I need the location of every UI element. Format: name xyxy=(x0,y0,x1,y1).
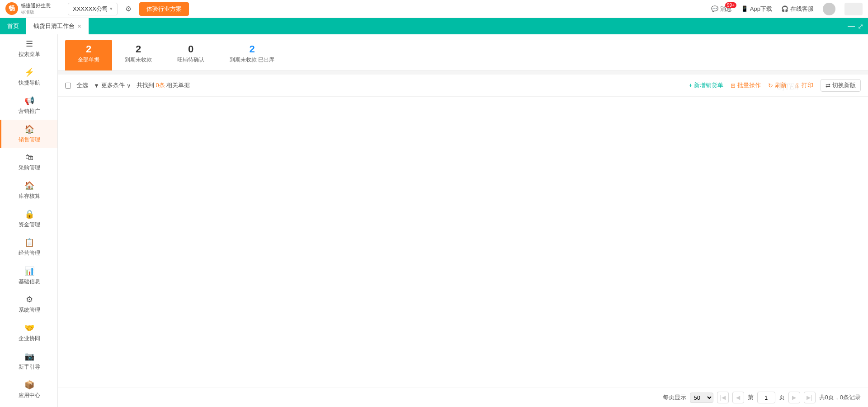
sidebar: ☰ 搜索菜单 ⚡ 快捷导航 📢 营销推广 🏠 销售管理 🛍 采购管理 🏠 库存核… xyxy=(0,34,58,407)
app-center-label: 应用中心 xyxy=(19,392,40,399)
sidebar-item-operations[interactable]: 📋 经营管理 xyxy=(0,233,57,262)
trial-button[interactable]: 体验行业方案 xyxy=(139,2,189,16)
sidebar-item-marketing[interactable]: 📢 营销推广 xyxy=(0,91,57,120)
sidebar-item-finance[interactable]: 🔒 资金管理 xyxy=(0,205,57,233)
home-tab-label: 首页 xyxy=(7,22,19,30)
page-input[interactable] xyxy=(757,392,775,403)
company-name: XXXXXX公司 xyxy=(73,5,108,13)
print-button[interactable]: 🖨 打印 xyxy=(794,81,813,89)
filter-chevron-icon: ∨ xyxy=(127,82,131,89)
stat-tab-pending[interactable]: 0 旺辅待确认 xyxy=(165,40,217,70)
avatar[interactable] xyxy=(823,3,835,15)
system-icon: ⚙ xyxy=(26,295,33,304)
app-download-button[interactable]: 📱 App下载 xyxy=(741,5,772,13)
operations-icon: 📋 xyxy=(24,238,34,248)
app-download-label: App下载 xyxy=(750,5,772,13)
company-selector[interactable]: XXXXXX公司 ▾ xyxy=(68,3,118,15)
stat-pending-label: 旺辅待确认 xyxy=(177,56,204,64)
found-suffix: 相关单据 xyxy=(166,82,190,89)
add-icon: + 新增销货单 xyxy=(689,81,723,89)
filter-button[interactable]: ▼ 更多条件 ∨ xyxy=(94,81,131,89)
quick-nav-icon: ⚡ xyxy=(24,67,34,77)
sidebar-item-guide[interactable]: 📷 新手引导 xyxy=(0,347,57,375)
cooperation-icon: 🤝 xyxy=(24,323,34,333)
maximize-icon[interactable]: ⤢ xyxy=(858,22,863,31)
finance-label: 资金管理 xyxy=(19,221,40,229)
print-label: 打印 xyxy=(802,81,813,89)
settings-button[interactable]: ⚙ xyxy=(121,2,136,16)
refresh-button[interactable]: ↻ 刷新 xyxy=(768,81,787,89)
online-service-button[interactable]: 🎧 在线客服 xyxy=(781,5,814,13)
purchase-icon: 🛍 xyxy=(25,153,33,162)
logo-text: 畅捷通好生意 xyxy=(21,2,51,9)
nav-tabs-bar: 首页 钱货日清工作台 ✕ — ⤢ xyxy=(0,18,868,34)
stat-overdue-label: 到期未收款 xyxy=(125,56,152,64)
last-page-button[interactable]: ▶| xyxy=(804,392,816,403)
message-button[interactable]: 💬 消息 99+ xyxy=(711,5,732,13)
basic-info-label: 基础信息 xyxy=(19,278,40,285)
search-menu-icon: ☰ xyxy=(26,39,33,49)
stat-shipped-num: 2 xyxy=(250,43,255,55)
guide-icon: 📷 xyxy=(24,351,34,361)
batch-operation-button[interactable]: ⊞ 批量操作 xyxy=(731,81,761,89)
stats-tabs: 2 全部单据 2 到期未收款 0 旺辅待确认 2 到期未收款 已出库 xyxy=(58,34,868,71)
stat-all-label: 全部单据 xyxy=(78,56,99,64)
sidebar-item-weixin[interactable]: 💬 企业微信 xyxy=(0,404,57,407)
sidebar-item-purchase[interactable]: 🛍 采购管理 xyxy=(0,148,57,176)
content-area: 2 全部单据 2 到期未收款 0 旺辅待确认 2 到期未收款 已出库 全选 ▼ … xyxy=(58,34,868,407)
first-page-button[interactable]: |◀ xyxy=(717,392,729,403)
switch-label: 切换新版 xyxy=(832,81,856,89)
search-menu-label: 搜索菜单 xyxy=(19,51,40,58)
minimize-icon[interactable]: — xyxy=(848,22,855,30)
stat-pending-num: 0 xyxy=(188,43,193,55)
stat-tab-shipped[interactable]: 2 到期未收款 已出库 xyxy=(217,40,287,70)
system-label: 系统管理 xyxy=(19,306,40,314)
sales-icon: 🏠 xyxy=(24,124,34,134)
switch-icon: ⇄ xyxy=(826,82,830,89)
pagination-bar: 每页显示 50 100 200 |◀ ◀ 第 页 ▶ ▶| 共0页，0条记录 xyxy=(58,388,868,407)
next-page-button[interactable]: ▶ xyxy=(788,392,800,403)
select-all-label: 全选 xyxy=(76,81,88,89)
sidebar-item-sales[interactable]: 🏠 销售管理 xyxy=(0,120,57,148)
sidebar-item-quick-nav[interactable]: ⚡ 快捷导航 xyxy=(0,63,57,91)
stat-tab-all[interactable]: 2 全部单据 xyxy=(65,40,112,70)
page-suffix: 页 xyxy=(779,393,785,402)
quick-nav-label: 快捷导航 xyxy=(19,79,40,87)
inventory-icon: 🏠 xyxy=(24,181,34,191)
sidebar-item-app-center[interactable]: 📦 应用中心 xyxy=(0,375,57,404)
total-info: 共0页，0条记录 xyxy=(819,393,861,402)
batch-label: 批量操作 xyxy=(737,81,761,89)
sidebar-item-inventory[interactable]: 🏠 库存核算 xyxy=(0,176,57,205)
nav-tab-actions: — ⤢ xyxy=(843,18,868,34)
sidebar-item-cooperation[interactable]: 🤝 企业协同 xyxy=(0,318,57,347)
sidebar-item-basic-info[interactable]: 📊 基础信息 xyxy=(0,262,57,290)
tab-home[interactable]: 首页 xyxy=(0,18,26,34)
inventory-label: 库存核算 xyxy=(19,192,40,200)
sidebar-item-search-menu[interactable]: ☰ 搜索菜单 xyxy=(0,34,57,63)
prev-page-button[interactable]: ◀ xyxy=(732,392,744,403)
filter-label: 更多条件 xyxy=(101,81,125,89)
cooperation-label: 企业协同 xyxy=(19,335,40,342)
per-page-select[interactable]: 50 100 200 xyxy=(690,393,713,403)
table-area xyxy=(58,97,868,388)
batch-icon: ⊞ xyxy=(731,82,736,89)
user-name[interactable] xyxy=(844,3,863,15)
service-icon: 🎧 xyxy=(781,5,788,12)
select-all-checkbox[interactable] xyxy=(65,83,71,89)
filter-icon: ▼ xyxy=(94,82,99,89)
refresh-icon: ↻ xyxy=(768,82,773,89)
basic-info-icon: 📊 xyxy=(24,266,34,276)
page-label: 第 xyxy=(748,393,754,402)
stat-tab-overdue[interactable]: 2 到期未收款 xyxy=(112,40,165,70)
daily-work-label: 钱货日清工作台 xyxy=(33,22,75,30)
sidebar-item-system[interactable]: ⚙ 系统管理 xyxy=(0,290,57,318)
chevron-down-icon: ▾ xyxy=(110,6,113,12)
tab-daily-work[interactable]: 钱货日清工作台 ✕ xyxy=(26,18,89,34)
add-sales-button[interactable]: + 新增销货单 xyxy=(689,81,723,89)
close-tab-icon[interactable]: ✕ xyxy=(77,23,81,29)
marketing-icon: 📢 xyxy=(24,96,34,106)
switch-new-version-button[interactable]: ⇄ 切换新版 xyxy=(821,79,861,92)
header-right: 💬 消息 99+ 📱 App下载 🎧 在线客服 xyxy=(711,3,863,15)
stat-overdue-num: 2 xyxy=(136,43,141,55)
sales-label: 销售管理 xyxy=(19,136,40,144)
